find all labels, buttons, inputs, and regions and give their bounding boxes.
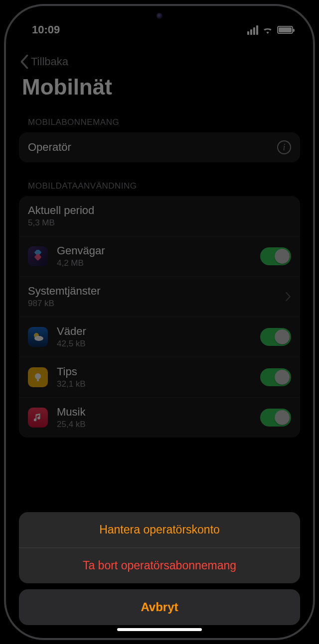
manage-account-button[interactable]: Hantera operatörskonto bbox=[19, 512, 300, 548]
home-indicator[interactable] bbox=[117, 628, 202, 631]
remove-plan-button[interactable]: Ta bort operatörsabonnemang bbox=[19, 548, 300, 583]
action-sheet: Hantera operatörskonto Ta bort operatörs… bbox=[19, 512, 300, 625]
cancel-button[interactable]: Avbryt bbox=[19, 589, 300, 625]
